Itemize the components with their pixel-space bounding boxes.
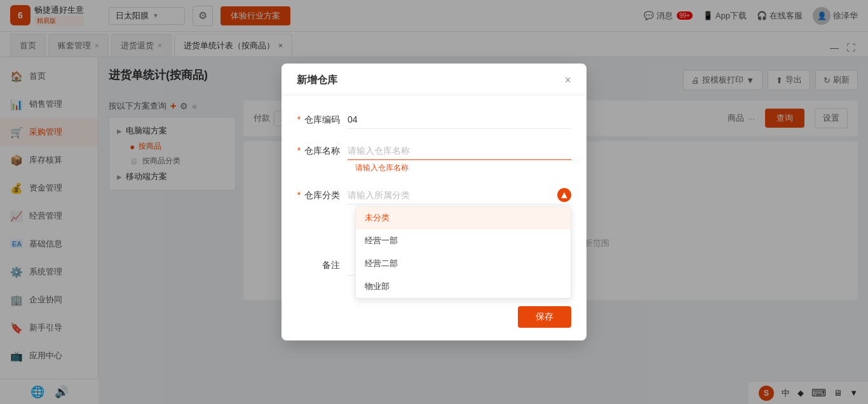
modal-close-icon[interactable]: × <box>564 74 571 87</box>
modal-overlay[interactable]: 新增仓库 × * 仓库编码 * 仓库名称 <box>0 0 868 404</box>
name-error-msg: 请输入仓库名称 <box>355 163 409 173</box>
dropdown-item-dept3[interactable]: 物业部 <box>356 275 571 298</box>
dropdown-item-dept2[interactable]: 经营二部 <box>356 252 571 275</box>
modal-body: * 仓库编码 * 仓库名称 请输入仓库名称 * <box>281 95 587 299</box>
dropdown-item-unclassified[interactable]: 未分类 <box>356 206 571 229</box>
code-input[interactable] <box>348 111 571 129</box>
note-label: 备注 <box>297 260 348 271</box>
category-input-wrap: ▲ <box>348 186 571 205</box>
name-input[interactable] <box>348 142 571 160</box>
modal-header: 新增仓库 × <box>281 64 587 95</box>
modal-footer: 保存 <box>281 299 587 340</box>
category-input[interactable] <box>348 186 557 204</box>
dropdown-item-dept1[interactable]: 经营一部 <box>356 229 571 252</box>
modal-title: 新增仓库 <box>297 74 337 87</box>
save-button[interactable]: 保存 <box>518 306 571 328</box>
category-row: * 仓库分类 ▲ 未分类 经营一部 经营二部 物业部 <box>297 186 571 205</box>
code-row: * 仓库编码 <box>297 111 571 129</box>
category-toggle-icon[interactable]: ▲ <box>557 188 571 202</box>
add-warehouse-modal: 新增仓库 × * 仓库编码 * 仓库名称 <box>281 64 587 340</box>
name-row: * 仓库名称 请输入仓库名称 <box>297 142 571 173</box>
category-label: * 仓库分类 <box>297 190 348 201</box>
name-label: * 仓库名称 <box>297 145 348 157</box>
category-dropdown: 未分类 经营一部 经营二部 物业部 <box>355 206 571 299</box>
code-label: * 仓库编码 <box>297 114 348 126</box>
